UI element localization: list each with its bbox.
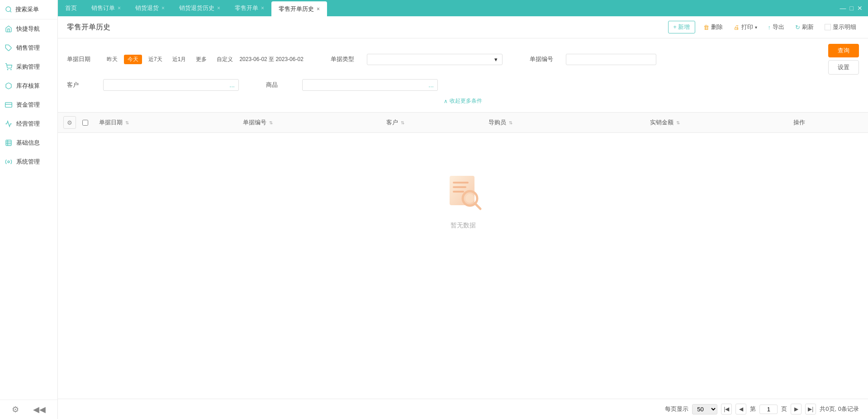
sidebar-item-sales-mgmt[interactable]: 销售管理 — [0, 38, 57, 57]
tab-home[interactable]: 首页 — [58, 0, 84, 16]
add-button[interactable]: + 新增 — [668, 21, 695, 33]
sidebar-search[interactable]: 搜索采单 — [0, 0, 57, 19]
date-btn-yesterday[interactable]: 昨天 — [103, 55, 121, 64]
sidebar-item-inventory-label: 库存核算 — [16, 82, 40, 90]
delete-button[interactable]: 🗑 删除 — [701, 21, 726, 33]
page-label: 第 — [750, 405, 756, 413]
print-button[interactable]: 🖨 打印 ▾ — [731, 21, 760, 33]
tab-retail-open[interactable]: 零售开单 × — [228, 0, 271, 16]
date-filter-label: 单据日期 — [67, 55, 94, 63]
col-header-amount: 实销金额 ⇅ — [645, 113, 788, 133]
sidebar-item-finance[interactable]: 资金管理 — [0, 95, 57, 114]
tab-sales-return-history-close[interactable]: × — [217, 5, 220, 11]
sort-amount-icon[interactable]: ⇅ — [676, 120, 680, 125]
first-page-button[interactable]: |◀ — [721, 404, 732, 414]
date-btn-last7[interactable]: 近7天 — [145, 55, 166, 64]
sidebar-item-inventory[interactable]: 库存核算 — [0, 76, 57, 95]
sidebar: 搜索采单 快捷导航 销售管理 采购管理 库存核算 资金管理 经营管理 — [0, 0, 58, 419]
collapse-button[interactable]: ∧ 收起更多条件 — [444, 95, 482, 107]
export-button[interactable]: ↑ 导出 — [765, 21, 787, 33]
filter-area: 单据日期 昨天 今天 近7天 近1月 更多 自定义 2023-06-02 至 2… — [58, 38, 868, 113]
refresh-icon: ↻ — [795, 24, 800, 31]
tab-sales-order-close[interactable]: × — [118, 5, 121, 11]
delete-button-label: 删除 — [711, 23, 723, 31]
print-icon: 🖨 — [734, 24, 740, 31]
tab-bar-right: — □ ✕ — [840, 5, 868, 12]
date-btn-custom[interactable]: 自定义 — [213, 55, 237, 64]
collapse-sidebar-icon[interactable]: ◀◀ — [33, 405, 46, 414]
sidebar-item-purchase-mgmt[interactable]: 采购管理 — [0, 57, 57, 76]
tab-sales-return-history[interactable]: 销货退货历史 × — [172, 0, 228, 16]
tab-sales-return-history-label: 销货退货历史 — [179, 4, 214, 12]
date-btn-today[interactable]: 今天 — [124, 55, 142, 64]
window-close-icon[interactable]: ✕ — [857, 5, 863, 12]
data-table: ⚙ 单据日期 ⇅ 单据编号 ⇅ — [58, 113, 868, 133]
settings-icon — [5, 158, 13, 166]
sidebar-item-operations-label: 经营管理 — [16, 120, 40, 128]
svg-rect-11 — [453, 191, 464, 193]
col-date-label: 单据日期 — [99, 118, 123, 127]
sidebar-item-finance-label: 资金管理 — [16, 101, 40, 109]
sidebar-item-system-label: 系统管理 — [16, 158, 40, 166]
column-settings-button[interactable]: ⚙ — [63, 116, 76, 129]
doc-type-select[interactable]: ▾ — [367, 54, 503, 65]
display-detail-button[interactable]: 显示明细 — [822, 21, 859, 33]
print-button-label: 打印 — [741, 23, 753, 31]
refresh-button[interactable]: ↻ 刷新 — [792, 21, 816, 33]
chevron-up-icon: ∧ — [444, 98, 448, 104]
date-btn-last1month[interactable]: 近1月 — [169, 55, 190, 64]
empty-state: 暂无数据 — [58, 133, 868, 266]
next-page-button[interactable]: ▶ — [791, 404, 802, 414]
customer-ellipsis[interactable]: ... — [229, 81, 235, 89]
sidebar-item-operations[interactable]: 经营管理 — [0, 114, 57, 133]
sidebar-item-system[interactable]: 系统管理 — [0, 152, 57, 171]
sort-salesperson-icon[interactable]: ⇅ — [509, 120, 512, 125]
tab-sales-return[interactable]: 销货退货 × — [128, 0, 172, 16]
refresh-button-label: 刷新 — [802, 23, 814, 31]
date-btn-more[interactable]: 更多 — [192, 55, 210, 64]
sort-date-icon[interactable]: ⇅ — [125, 120, 129, 125]
tab-retail-open-history[interactable]: 零售开单历史 × — [271, 1, 327, 16]
col-header-salesperson: 导购员 ⇅ — [483, 113, 606, 133]
select-all-checkbox[interactable] — [82, 120, 88, 126]
doc-no-input[interactable] — [566, 54, 656, 65]
tab-retail-open-close[interactable]: × — [261, 5, 264, 11]
tab-sales-return-close[interactable]: × — [161, 5, 165, 11]
search-icon — [5, 5, 13, 14]
last-page-button[interactable]: ▶| — [805, 404, 816, 414]
page-number-input[interactable]: 1 — [759, 405, 778, 414]
filter-row-1: 单据日期 昨天 今天 近7天 近1月 更多 自定义 2023-06-02 至 2… — [67, 44, 859, 75]
svg-point-0 — [6, 7, 11, 12]
svg-rect-9 — [453, 182, 469, 184]
col-amount-label: 实销金额 — [650, 118, 674, 127]
goods-ellipsis[interactable]: ... — [428, 81, 434, 89]
svg-rect-6 — [6, 140, 11, 146]
settings-button[interactable]: 设置 — [828, 60, 859, 75]
tag-icon — [5, 44, 13, 52]
tab-sales-return-label: 销货退货 — [135, 4, 159, 12]
sidebar-item-basic-info[interactable]: 基础信息 — [0, 133, 57, 152]
prev-page-button[interactable]: ◀ — [735, 404, 746, 414]
delete-icon: 🗑 — [703, 24, 709, 31]
sort-no-icon[interactable]: ⇅ — [269, 120, 273, 125]
gear-icon[interactable]: ⚙ — [12, 405, 19, 414]
svg-point-14 — [465, 194, 474, 203]
window-maximize-icon[interactable]: □ — [850, 5, 854, 12]
col-no-label: 单据编号 — [243, 118, 266, 127]
per-page-label: 每页显示 — [665, 405, 688, 413]
query-button[interactable]: 查询 — [828, 44, 859, 57]
col-header-spacer — [606, 113, 645, 133]
sidebar-item-sales-mgmt-label: 销售管理 — [16, 44, 40, 52]
sidebar-item-quick-nav[interactable]: 快捷导航 — [0, 19, 57, 38]
tab-sales-order[interactable]: 销售订单 × — [84, 0, 128, 16]
window-minimize-icon[interactable]: — — [840, 5, 846, 12]
pagination-summary: 共0页, 0条记录 — [820, 405, 859, 413]
tab-retail-open-history-close[interactable]: × — [317, 6, 320, 12]
goods-label: 商品 — [266, 81, 293, 89]
svg-rect-4 — [5, 103, 12, 108]
svg-line-13 — [475, 203, 480, 209]
per-page-select[interactable]: 50 100 200 — [692, 404, 717, 414]
sort-customer-icon[interactable]: ⇅ — [401, 120, 404, 125]
sidebar-item-quick-nav-label: 快捷导航 — [16, 25, 40, 33]
export-button-label: 导出 — [773, 23, 784, 31]
